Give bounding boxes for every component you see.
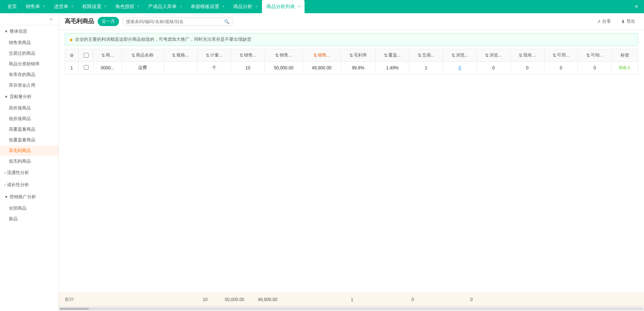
nav-product-analysis-list[interactable]: 商品分析列表 ×	[262, 0, 305, 13]
cell-view1[interactable]: 0	[443, 62, 477, 74]
sort-icon-unit: ⇅	[206, 53, 209, 58]
header-actions: ↗ 分享 ⬇ 导出	[594, 17, 638, 26]
th-checkbox[interactable]	[79, 49, 93, 62]
cell-unit: 个	[197, 62, 231, 74]
search-icon[interactable]: 🔍	[224, 19, 230, 24]
nav-product-inbound[interactable]: 产成品入库单 ×	[144, 0, 186, 13]
search-input[interactable]	[126, 19, 224, 24]
sidebar: « ▼ 整体信息 销售类商品 交易过的商品 商品分类助销率 有库存的商品 库存资…	[0, 13, 59, 311]
nav-sales[interactable]: 销售单 ×	[21, 0, 50, 13]
sidebar-group-contribution[interactable]: ▼ 贡献量分析	[0, 91, 58, 103]
cell-sales-qty: 10	[231, 62, 265, 74]
nav-close-product-analysis-list[interactable]: ×	[298, 0, 300, 13]
th-seq[interactable]: ⚙	[65, 49, 79, 62]
th-spec[interactable]: ⇅ 规格...	[163, 49, 197, 62]
table-container[interactable]: ⚙ ⇅ 商...	[59, 49, 644, 293]
th-trade[interactable]: ⇅ 交易...	[409, 49, 443, 62]
sort-icon-coverage: ⇅	[384, 53, 388, 58]
sort-icon-current-stock: ⇅	[519, 53, 522, 58]
scrollbar-track	[60, 308, 643, 310]
sidebar-item-category-rate[interactable]: 商品分类助销率	[0, 59, 58, 69]
th-sales-qty[interactable]: ⇅ 销售...	[231, 49, 265, 62]
cell-available: 0	[544, 62, 578, 74]
cell-sales-amount: 50,000.00	[265, 62, 303, 74]
cell-margin-rate: 99.8%	[341, 62, 375, 74]
content-area: 高毛利商品 近一月 🔍 ↗ 分享 ⬇ 导出 ◆ 企业的主要的利润都是这部分商品创…	[59, 13, 644, 311]
sidebar-item-stock-capital[interactable]: 库存资金占用	[0, 80, 58, 91]
footer-sales-qty: 10	[192, 297, 218, 302]
nav-close-product-analysis[interactable]: ×	[255, 0, 258, 13]
sidebar-item-all-goods[interactable]: 全部商品	[0, 203, 58, 214]
share-button[interactable]: ↗ 分享	[594, 17, 614, 26]
content-header: 高毛利商品 近一月 🔍 ↗ 分享 ⬇ 导出	[59, 13, 644, 30]
th-margin-rate[interactable]: ⇅ 毛利率	[341, 49, 375, 62]
th-salable[interactable]: ⇅ 可销...	[578, 49, 612, 62]
export-button[interactable]: ⬇ 导出	[618, 17, 638, 26]
data-table: ⚙ ⇅ 商...	[65, 49, 638, 74]
nav-close-template[interactable]: ×	[222, 0, 224, 13]
cell-coverage: 1.49%	[375, 62, 409, 74]
sidebar-group-liquidity[interactable]: › 流通性分析	[0, 167, 58, 179]
nav-close-product-inbound[interactable]: ×	[180, 0, 182, 13]
footer-bar: 合计: 10 50,000.00 49,900.00 1 0 0	[59, 293, 644, 306]
scrollbar-container[interactable]	[59, 306, 644, 311]
th-available[interactable]: ⇅ 可用...	[544, 49, 578, 62]
cell-checkbox[interactable]	[79, 62, 93, 74]
th-code[interactable]: ⇅ 商...	[93, 49, 122, 62]
tag-high-income: 高收入	[619, 65, 631, 70]
info-icon: ◆	[69, 37, 73, 42]
cell-current-stock: 0	[510, 62, 544, 74]
nav-close-role[interactable]: ×	[137, 0, 140, 13]
filter-recent-month-button[interactable]: 近一月	[98, 17, 119, 26]
arrow-overall-icon: ▼	[4, 29, 8, 33]
th-view2[interactable]: ⇅ 浏览...	[477, 49, 511, 62]
row-checkbox[interactable]	[84, 65, 89, 70]
sidebar-item-low-value[interactable]: 低价值商品	[0, 113, 58, 124]
sidebar-group-overall[interactable]: ▼ 整体信息	[0, 25, 58, 37]
sidebar-group-marketing[interactable]: ▼ 营销推广分析	[0, 191, 58, 203]
select-all-checkbox[interactable]	[84, 53, 89, 58]
sidebar-collapse-button[interactable]: «	[47, 15, 55, 23]
sidebar-item-high-value[interactable]: 高价值商品	[0, 103, 58, 113]
nav-template[interactable]: 单据模板设置 ×	[186, 0, 229, 13]
nav-permission[interactable]: 权限设置 ×	[78, 0, 111, 13]
arrow-growth-icon: ›	[4, 183, 6, 187]
sidebar-group-growth[interactable]: › 成长性分析	[0, 179, 58, 191]
th-sales-profit[interactable]: ⇅ 销售...	[303, 49, 341, 62]
sidebar-item-sales-goods[interactable]: 销售类商品	[0, 37, 58, 48]
footer-available: 0	[457, 297, 486, 302]
footer-sales-profit: 49,900.00	[251, 297, 284, 302]
scrollbar-thumb[interactable]	[60, 308, 89, 310]
th-view1[interactable]: ⇅ 浏览...	[443, 49, 477, 62]
nav-purchase[interactable]: 进货单 ×	[50, 0, 78, 13]
sidebar-item-low-coverage[interactable]: 低覆盖量商品	[0, 135, 58, 145]
total-label: 合计:	[65, 296, 75, 303]
sort-icon-sales-qty: ⇅	[240, 53, 243, 58]
th-unit[interactable]: ⇅ 计量...	[197, 49, 231, 62]
arrow-liquidity-icon: ›	[4, 171, 6, 175]
sidebar-item-high-margin[interactable]: 高毛利商品	[0, 145, 58, 156]
view1-link[interactable]: 0	[458, 65, 461, 70]
export-icon: ⬇	[621, 19, 625, 24]
th-name[interactable]: ⇅ 商品名称	[122, 49, 164, 62]
nav-close-sales[interactable]: ×	[43, 0, 45, 13]
sidebar-item-new-goods[interactable]: 新品	[0, 214, 58, 224]
nav-close-purchase[interactable]: ×	[71, 0, 73, 13]
th-current-stock[interactable]: ⇅ 现有...	[510, 49, 544, 62]
nav-close-permission[interactable]: ×	[104, 0, 107, 13]
sidebar-item-high-coverage[interactable]: 高覆盖量商品	[0, 124, 58, 135]
sidebar-item-stock-goods[interactable]: 有库存的商品	[0, 69, 58, 80]
sidebar-item-low-margin[interactable]: 低毛利商品	[0, 156, 58, 167]
cell-tag: 高收入	[612, 62, 638, 74]
th-coverage[interactable]: ⇅ 覆盖...	[375, 49, 409, 62]
sidebar-item-traded-goods[interactable]: 交易过的商品	[0, 48, 58, 59]
sort-icon-spec: ⇅	[172, 53, 176, 58]
th-sales-amount[interactable]: ⇅ 销售...	[265, 49, 303, 62]
nav-home[interactable]: 首页	[3, 0, 21, 13]
nav-product-analysis[interactable]: 商品分析 ×	[229, 0, 262, 13]
window-close-button[interactable]: ×	[632, 3, 641, 10]
sort-icon-name: ⇅	[132, 53, 135, 58]
th-tag[interactable]: 标签	[612, 49, 638, 62]
info-bar: ◆ 企业的主要的利润都是这部分商品创造的，可考虑加大推广，同时关注库存是不要出现…	[65, 33, 638, 46]
nav-role[interactable]: 角色授权 ×	[111, 0, 144, 13]
